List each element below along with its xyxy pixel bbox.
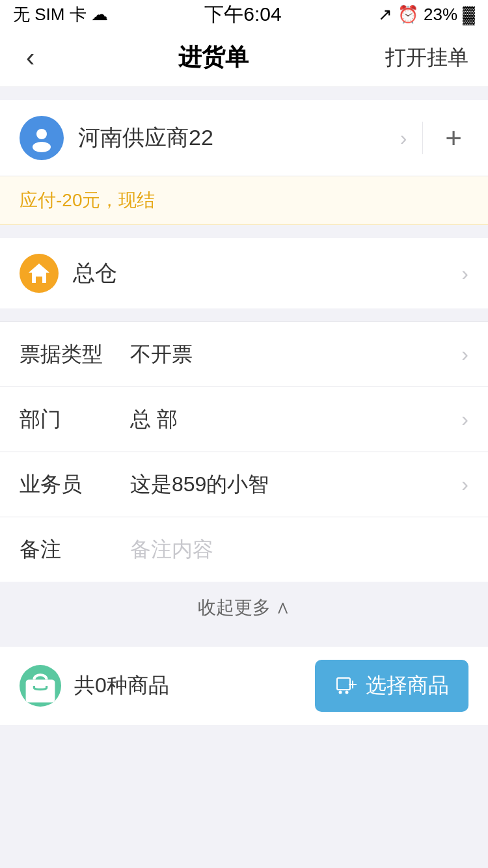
department-value: 总 部 xyxy=(111,405,455,434)
department-row[interactable]: 部门 总 部 › xyxy=(0,387,488,452)
remark-label: 备注 xyxy=(20,536,111,564)
supplier-avatar xyxy=(20,116,64,160)
supplier-name: 河南供应商22 xyxy=(78,123,394,153)
remark-value: 备注内容 xyxy=(111,536,468,564)
svg-point-10 xyxy=(346,691,349,694)
page-title: 进货单 xyxy=(178,42,249,74)
warehouse-row[interactable]: 总仓 › xyxy=(0,238,488,308)
salesperson-row[interactable]: 业务员 这是859的小智 › xyxy=(0,452,488,517)
collapse-text: 收起更多 ∧ xyxy=(198,595,291,620)
notice-bar: 应付-20元，现结 xyxy=(0,176,488,225)
svg-point-0 xyxy=(36,129,47,139)
alarm-icon: ⏰ xyxy=(398,5,418,25)
select-btn-label: 选择商品 xyxy=(366,671,449,700)
invoice-type-chevron: › xyxy=(461,342,468,366)
collapse-bar[interactable]: 收起更多 ∧ xyxy=(0,582,488,634)
battery-icon: ▓ xyxy=(463,5,475,25)
divider xyxy=(422,122,423,154)
select-product-button[interactable]: 选择商品 xyxy=(315,660,468,712)
remark-row[interactable]: 备注 备注内容 xyxy=(0,517,488,582)
house-icon xyxy=(27,261,51,286)
notice-text: 应付-20元，现结 xyxy=(20,190,155,210)
nav-bar: ‹ 进货单 打开挂单 xyxy=(0,29,488,87)
warehouse-name: 总仓 xyxy=(73,258,455,288)
svg-rect-6 xyxy=(337,678,350,690)
product-count: 共0种商品 xyxy=(74,671,302,700)
salesperson-label: 业务员 xyxy=(20,470,111,499)
department-label: 部门 xyxy=(20,405,111,434)
status-left: 无 SIM 卡 ☁ xyxy=(13,3,108,26)
product-bar: 共0种商品 选择商品 xyxy=(0,647,488,725)
warehouse-section: 总仓 › xyxy=(0,238,488,308)
department-chevron: › xyxy=(461,407,468,431)
gap-4 xyxy=(0,634,488,647)
main-background xyxy=(0,725,488,868)
salesperson-value: 这是859的小智 xyxy=(111,470,455,499)
gap-1 xyxy=(0,87,488,100)
supplier-row[interactable]: 河南供应商22 › + xyxy=(0,100,488,176)
invoice-type-row[interactable]: 票据类型 不开票 › xyxy=(0,321,488,387)
gap-3 xyxy=(0,308,488,321)
svg-marker-2 xyxy=(29,264,49,273)
status-right: ↗ ⏰ 23% ▓ xyxy=(378,5,475,25)
gap-2 xyxy=(0,225,488,238)
location-icon: ↗ xyxy=(378,5,392,25)
svg-rect-5 xyxy=(26,679,55,702)
warehouse-icon xyxy=(20,254,59,293)
status-bar: 无 SIM 卡 ☁ 下午6:04 ↗ ⏰ 23% ▓ xyxy=(0,0,488,29)
invoice-type-value: 不开票 xyxy=(111,340,455,369)
invoice-type-label: 票据类型 xyxy=(20,340,111,369)
cart-icon xyxy=(334,674,358,698)
battery-text: 23% xyxy=(424,5,457,25)
form-section: 票据类型 不开票 › 部门 总 部 › 业务员 这是859的小智 › 备注 备注… xyxy=(0,321,488,582)
salesperson-chevron: › xyxy=(461,472,468,496)
svg-point-1 xyxy=(33,142,51,152)
back-button[interactable]: ‹ xyxy=(20,36,41,79)
svg-rect-4 xyxy=(36,277,42,283)
bag-icon xyxy=(20,665,61,707)
person-icon xyxy=(27,124,56,152)
status-time: 下午6:04 xyxy=(204,1,281,28)
product-icon xyxy=(20,665,61,707)
add-supplier-button[interactable]: + xyxy=(439,122,468,154)
signal-text: 无 SIM 卡 ☁ xyxy=(13,3,108,26)
warehouse-chevron: › xyxy=(461,262,468,286)
supplier-section: 河南供应商22 › + 应付-20元，现结 xyxy=(0,100,488,225)
open-pending-button[interactable]: 打开挂单 xyxy=(385,44,468,72)
supplier-chevron: › xyxy=(400,126,407,150)
svg-point-9 xyxy=(339,691,342,694)
